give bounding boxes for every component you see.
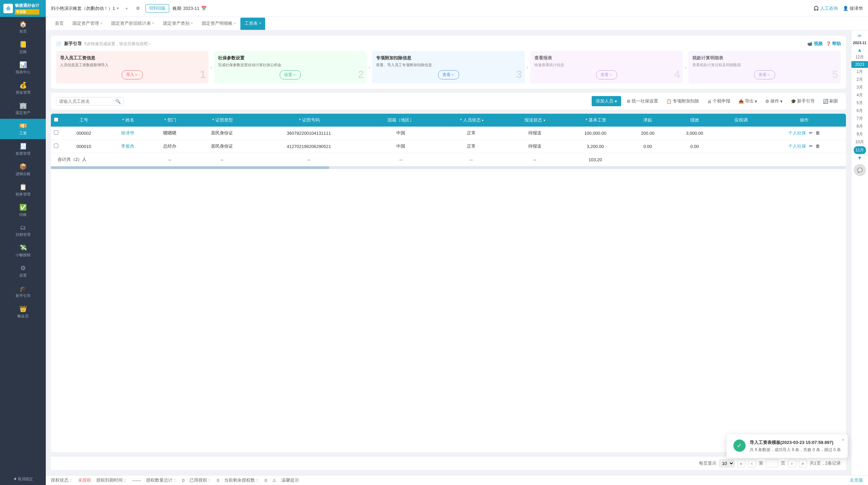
sidebar-item-fixed-assets[interactable]: 🏢 固定资产	[0, 98, 46, 119]
emp-name-link[interactable]: 徐泽华	[106, 127, 149, 140]
search-icon: 🔍	[115, 99, 121, 104]
header-checkbox[interactable]	[51, 114, 61, 127]
calendar-month-5[interactable]: 5月	[851, 99, 868, 107]
sidebar-item-settings[interactable]: ⚙ 设置	[0, 261, 46, 281]
special-deduct-btn[interactable]: 📋 专项附加扣除	[664, 96, 702, 106]
calendar-month-8[interactable]: 8月	[851, 123, 868, 130]
step-btn[interactable]: 查看＞	[754, 70, 775, 79]
export-btn[interactable]: 📤 导出 ▾	[736, 96, 760, 106]
dept: 总经办	[149, 140, 191, 153]
sidebar-item-tax[interactable]: 📋 税务管理	[0, 180, 46, 200]
emp-no: 000002	[61, 127, 106, 140]
tab-depreciation[interactable]: 固定资产折旧统计表 ×	[107, 18, 158, 30]
sidebar-item-funds[interactable]: 💰 资金管理	[0, 78, 46, 98]
calendar-month-3[interactable]: 3月	[851, 83, 868, 91]
tax-report-btn[interactable]: 🖨 个税申报	[705, 96, 733, 106]
filter-icon[interactable]: ▾	[544, 118, 545, 122]
user-menu[interactable]: 👤 徐泽华	[843, 5, 863, 12]
social-insurance-link[interactable]: 个人社保	[788, 130, 806, 135]
pagination-next-last[interactable]: »	[799, 459, 807, 467]
sidebar-item-ledger[interactable]: 📒 总账	[0, 37, 46, 58]
delete-icon[interactable]: 🗑	[815, 144, 820, 149]
renew-link[interactable]: 去充值	[850, 477, 863, 483]
tab-fixed-detail[interactable]: 固定资产明细账 ×	[198, 18, 240, 30]
calendar-month-6[interactable]: 6月	[851, 107, 868, 115]
toast-close-btn[interactable]: ×	[842, 437, 844, 442]
filter-icon[interactable]: ▾	[482, 118, 484, 122]
sidebar-label: 工资	[19, 131, 27, 136]
step-num: 5	[832, 68, 838, 81]
edit-icon[interactable]: ✏	[809, 130, 813, 135]
sidebar-item-archive[interactable]: 🗂 归档管理	[0, 221, 46, 241]
feedback-icon[interactable]: 💬	[854, 164, 866, 176]
calendar-year-2023[interactable]: 2023	[851, 61, 868, 68]
period-selector[interactable]: 账期 2023-11 📅	[173, 5, 206, 12]
pagination-prev[interactable]: ‹	[748, 459, 756, 467]
delete-icon[interactable]: 🗑	[815, 130, 820, 135]
guide-icon: 🎓	[791, 99, 796, 104]
settings-btn[interactable]: ⚙	[134, 4, 142, 13]
tab-payroll[interactable]: 工资表 ×	[240, 18, 265, 30]
main-content: 📄 新手引导 5步快速完成设置，快去完善信息吧～ 📹 视频 ❓ 帮助 × 导入员…	[46, 31, 851, 475]
tab-close-icon[interactable]: ×	[191, 21, 193, 25]
calendar-month-11[interactable]: 11月	[854, 146, 866, 154]
guide-close-btn[interactable]: ×	[838, 41, 841, 46]
sidebar-unpin[interactable]: ◀ 取消固定	[0, 473, 46, 485]
search-input[interactable]	[59, 99, 114, 104]
calendar-month-4[interactable]: 4月	[851, 91, 868, 99]
calendar-month-2[interactable]: 2月	[851, 76, 868, 83]
switch-version-btn[interactable]: 切到旧版	[145, 4, 169, 13]
tab-fixed-assets[interactable]: 固定资产管理 ×	[68, 18, 106, 30]
tab-fixed-type[interactable]: 固定资产类别 ×	[159, 18, 197, 30]
select-all-checkbox[interactable]	[54, 117, 58, 122]
social-insurance-link[interactable]: 个人社保	[788, 144, 806, 149]
row-checkbox[interactable]	[51, 127, 61, 140]
account-selector[interactable]: 刘小艳演示账套（勿删勿动！）1 ▾	[51, 5, 119, 12]
calendar-up-btn[interactable]: ▲	[855, 46, 865, 53]
sidebar-item-guide[interactable]: 🎓 新手引导	[0, 281, 46, 302]
calendar-month-7[interactable]: 7月	[851, 115, 868, 123]
header-send-status: 报送状态 ▾	[506, 114, 564, 127]
sidebar-item-payroll[interactable]: 💴 工资	[0, 119, 46, 139]
sidebar-item-settlement[interactable]: ✅ 结账	[0, 200, 46, 221]
sidebar-item-invoices[interactable]: 🧾 发票管理	[0, 139, 46, 160]
tab-close-icon[interactable]: ×	[259, 21, 261, 25]
row-checkbox[interactable]	[51, 140, 61, 153]
refresh-btn[interactable]: 🔄 刷新	[820, 96, 841, 106]
new-guide-btn[interactable]: 🎓 新手引导	[788, 96, 817, 106]
calendar-month-1[interactable]: 1月	[851, 68, 868, 76]
calendar-down-btn[interactable]: ▼	[855, 154, 865, 161]
pagination-next[interactable]: ›	[788, 459, 796, 467]
send-status: 待报送	[506, 127, 564, 140]
emp-name-link[interactable]: 李俊杰	[106, 140, 149, 153]
step-btn[interactable]: 设置＞	[280, 70, 301, 79]
sidebar-item-member[interactable]: 👑 畅会员	[0, 302, 46, 322]
calendar-month-12[interactable]: 12月	[851, 53, 868, 61]
sidebar-item-expense[interactable]: 💸 小畅报销	[0, 241, 46, 261]
sidebar-item-home[interactable]: 🏠 首页	[0, 17, 46, 37]
pagination-prev-first[interactable]: «	[737, 459, 745, 467]
calendar-month-10[interactable]: 10月	[851, 138, 868, 146]
edit-icon[interactable]: ✏	[809, 144, 813, 149]
page-input[interactable]: 1	[766, 459, 778, 467]
account-dropdown-icon[interactable]: ▾	[117, 6, 119, 11]
tab-close-icon[interactable]: ×	[234, 21, 236, 25]
tab-close-icon[interactable]: ×	[100, 21, 102, 25]
social-insurance-btn[interactable]: ⚙ 统一社保设置	[624, 96, 661, 106]
tab-close-icon[interactable]: ×	[152, 21, 154, 25]
tab-home[interactable]: 首页	[51, 18, 68, 30]
step-btn[interactable]: 查看＞	[596, 70, 617, 79]
calendar-month-9[interactable]: 9月	[851, 130, 868, 138]
add-person-btn[interactable]: 添加人员 ▾	[592, 96, 621, 106]
panel-collapse-btn[interactable]: ≫	[856, 32, 863, 39]
step-title: 查看报表	[534, 55, 679, 61]
operate-btn[interactable]: ⚙ 操作 ▾	[763, 96, 785, 106]
sidebar-item-reports[interactable]: 📊 报表中心	[0, 58, 46, 78]
sidebar-item-inventory[interactable]: 📦 进销台账	[0, 160, 46, 180]
step-btn[interactable]: 导入＞	[122, 70, 143, 79]
per-page-select[interactable]: 10 20 50	[719, 460, 734, 467]
step-btn[interactable]: 查看＞	[438, 70, 459, 79]
consultant-btn[interactable]: 🎧 人工咨询	[813, 5, 838, 12]
add-account-btn[interactable]: ＋	[122, 4, 131, 13]
guide-video-btn[interactable]: 📹 视频	[807, 41, 822, 47]
